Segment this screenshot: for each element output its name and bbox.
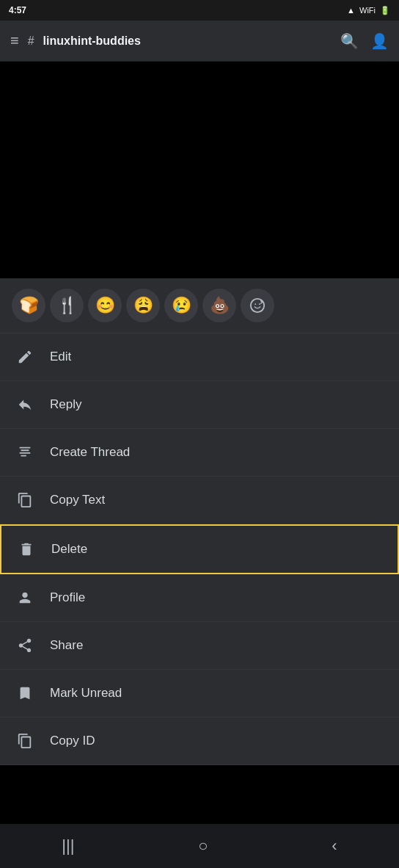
share-label: Share [50,638,83,653]
context-menu: 🍞 🍴 😊 😩 😢 💩 Edit [0,278,399,765]
copy-text-icon [15,490,35,510]
menu-item-create-thread[interactable]: Create Thread [0,429,399,477]
profile-label: Profile [50,590,85,605]
nav-home[interactable]: ○ [183,829,222,863]
emoji-weary[interactable]: 😩 [126,289,160,322]
copy-text-label: Copy Text [50,493,105,507]
bottom-navigation: ||| ○ ‹ [0,824,399,868]
menu-item-profile[interactable]: Profile [0,574,399,622]
menu-item-copy-id[interactable]: Copy ID [0,717,399,765]
status-icons: ▲ WiFi 🔋 [347,6,390,15]
mark-unread-label: Mark Unread [50,686,122,701]
hamburger-icon[interactable]: ≡ [10,32,19,49]
emoji-cry[interactable]: 😢 [164,289,198,322]
status-time: 4:57 [9,5,26,15]
copy-id-label: Copy ID [50,734,95,748]
signal-icon: ▲ [347,6,355,15]
toolbar-actions: 🔍 👤 [340,32,389,50]
menu-item-mark-unread[interactable]: Mark Unread [0,670,399,717]
channel-title: linuxhint-buddies [43,35,332,48]
svg-point-0 [251,299,264,312]
nav-back[interactable]: ‹ [317,829,351,863]
emoji-smile[interactable]: 😊 [88,289,122,322]
menu-item-share[interactable]: Share [0,622,399,670]
emoji-bread[interactable]: 🍞 [12,289,45,322]
svg-point-2 [259,303,260,305]
emoji-poop[interactable]: 💩 [202,289,236,322]
channel-toolbar: ≡ # linuxhint-buddies 🔍 👤 [0,21,399,62]
emoji-reaction-bar: 🍞 🍴 😊 😩 😢 💩 [0,278,399,333]
reply-label: Reply [50,397,81,412]
emoji-fork[interactable]: 🍴 [50,289,84,322]
person-icon [15,587,35,608]
edit-label: Edit [50,350,71,364]
hash-icon: # [28,35,34,48]
menu-item-copy-text[interactable]: Copy Text [0,477,399,524]
battery-icon: 🔋 [380,6,390,15]
trash-icon [16,539,37,560]
svg-point-1 [255,303,256,305]
wifi-icon: WiFi [359,6,376,15]
menu-item-delete[interactable]: Delete ⬅ [0,524,399,574]
bookmark-icon [15,683,35,704]
add-emoji-button[interactable] [241,289,274,322]
status-bar: 4:57 ▲ WiFi 🔋 [0,0,399,21]
reply-icon [15,394,35,415]
menu-item-reply[interactable]: Reply [0,381,399,429]
chat-area [0,62,399,278]
share-icon [15,635,35,656]
pencil-icon [15,347,35,367]
search-icon[interactable]: 🔍 [340,32,359,50]
members-icon[interactable]: 👤 [370,32,389,50]
copy-id-icon [15,731,35,751]
thread-icon [15,442,35,463]
create-thread-label: Create Thread [50,445,130,460]
nav-recent-apps[interactable]: ||| [47,829,89,863]
delete-label: Delete [51,542,87,557]
menu-item-edit[interactable]: Edit [0,333,399,381]
